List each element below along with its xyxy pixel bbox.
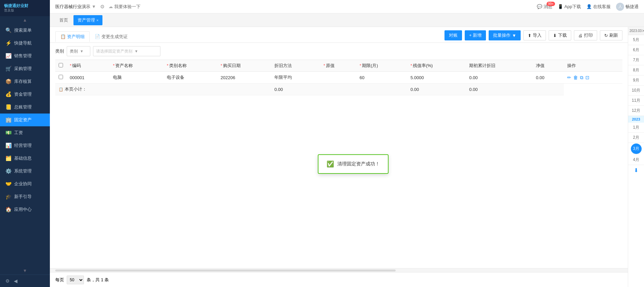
select-all-checkbox[interactable] <box>59 63 63 67</box>
subtotal-initial: 0.00 <box>407 84 466 95</box>
sidebar-item-label: 采购管理 <box>14 66 32 72</box>
calendar-month-3-current[interactable]: 3月 <box>631 144 642 154</box>
sidebar-item-guide[interactable]: 🎓 新手引导 <box>0 190 50 203</box>
cell-actions: ✏ 🗑 ⧉ ⊡ <box>564 72 622 84</box>
tab-asset-mgmt[interactable]: 资产管理 × <box>73 15 102 25</box>
tab-close-icon[interactable]: × <box>96 18 98 22</box>
user-label: 畅捷通 <box>625 4 639 10</box>
asset-table: *编码 *资产名称 *类别名称 *购买日期 折旧方法 *原值 *期限(月) *残… <box>55 60 622 95</box>
app-download-btn[interactable]: 📱 App下载 <box>558 4 581 10</box>
sidebar-item-label: 库存核算 <box>14 78 32 85</box>
sidebar-item-operations[interactable]: 📊 经营管理 <box>0 139 50 152</box>
cloud-icon: ☁ <box>109 4 113 9</box>
col-name: *资产名称 <box>110 60 163 72</box>
category-type-select[interactable]: 类别 ▼ <box>67 46 90 56</box>
print-button[interactable]: 🖨 打印 <box>574 30 597 40</box>
asset-detail-icon: 📋 <box>60 34 66 39</box>
calendar-month-8[interactable]: 8月 <box>628 65 644 75</box>
sidebar-header: 畅捷通好业财 普及版 <box>0 0 50 16</box>
subtotal-empty-1 <box>163 84 217 95</box>
message-btn[interactable]: 💬 消息 99+ <box>537 4 552 10</box>
sidebar-item-search[interactable]: 🔍 搜索菜单 <box>0 24 50 37</box>
calendar-month-10[interactable]: 10月 <box>628 86 644 96</box>
sidebar-item-system[interactable]: ⚙️ 系统管理 <box>0 165 50 178</box>
calendar-month-5[interactable]: 5月 <box>628 35 644 45</box>
calendar-month-2[interactable]: 2月 <box>628 133 644 143</box>
sidebar-item-sales[interactable]: 📈 销售管理 <box>0 50 50 62</box>
calendar-month-1[interactable]: 1月 <box>628 123 644 133</box>
collapse-icon[interactable]: ◀ <box>14 278 18 284</box>
calendar-scroll-down[interactable]: ⬇ <box>628 165 644 176</box>
sidebar-item-label: 搜索菜单 <box>14 27 32 33</box>
sidebar-item-label: 新手引导 <box>14 194 32 200</box>
settings-bottom-icon[interactable]: ⚙ <box>5 278 10 284</box>
sidebar-item-basic-info[interactable]: 🗂️ 基础信息 <box>0 152 50 165</box>
cell-original-value <box>320 72 356 84</box>
category-input[interactable]: 请选择固定资产类别 ▼ <box>93 46 160 56</box>
calendar-month-6[interactable]: 6月 <box>628 45 644 55</box>
per-page-label: 每页 <box>55 277 64 283</box>
experience-btn[interactable]: ☁ 我要体验一下 <box>109 4 141 10</box>
sidebar-item-label: 经营管理 <box>14 142 32 149</box>
success-toast: ✅ 清理固定资产成功！ <box>318 154 389 174</box>
sub-tab-asset-detail[interactable]: 📋 资产明细 <box>55 31 90 42</box>
calendar-month-4[interactable]: 4月 <box>628 155 644 165</box>
app-name: 畅捷通好业财 <box>4 3 28 8</box>
per-page-select[interactable]: 50 100 <box>67 276 84 284</box>
sidebar-item-finance[interactable]: 💰 资金管理 <box>0 88 50 101</box>
pagination-total: 条，共 1 条 <box>87 277 109 283</box>
company-selector[interactable]: 医疗器械行业演示 ▼ <box>55 4 96 10</box>
sidebar-item-salary[interactable]: 💵 工资 <box>0 126 50 139</box>
sidebar-scroll-down[interactable]: ▼ <box>0 267 50 275</box>
download-button[interactable]: ⬇ 下载 <box>549 30 571 40</box>
sidebar-item-collab[interactable]: 🤝 企业协同 <box>0 178 50 190</box>
filter-toolbar: 类别 类别 ▼ 请选择固定资产类别 ▼ <box>50 43 628 60</box>
sidebar-item-fixed-assets[interactable]: 🏢 固定资产 <box>0 114 50 126</box>
import-button[interactable]: ⬆ 导入 <box>523 30 546 40</box>
fixed-assets-icon: 🏢 <box>5 117 11 123</box>
copy-icon[interactable]: ⧉ <box>580 75 583 81</box>
sidebar-item-label: 固定资产 <box>14 117 32 123</box>
sidebar-item-quick-nav[interactable]: ⚡ 快捷导航 <box>0 37 50 50</box>
calendar-month-9[interactable]: 9月 <box>628 75 644 86</box>
online-service-btn[interactable]: 👤 在线客服 <box>586 4 611 10</box>
row-checkbox[interactable] <box>59 75 63 79</box>
toast-check-icon: ✅ <box>327 160 334 168</box>
sidebar-item-app-center[interactable]: 🏠 应用中心 <box>0 203 50 216</box>
salary-icon: 💵 <box>5 130 11 136</box>
sidebar-item-label: 资金管理 <box>14 91 32 97</box>
asset-table-wrap: *编码 *资产名称 *类别名称 *购买日期 折旧方法 *原值 *期限(月) *残… <box>50 60 628 268</box>
company-dropdown-icon: ▼ <box>92 4 96 9</box>
select-all-cell[interactable] <box>55 60 66 72</box>
more-icon[interactable]: ⊡ <box>585 75 589 81</box>
batch-ops-button[interactable]: 批量操作 ▼ <box>489 30 521 40</box>
calendar-month-11[interactable]: 11月 <box>628 96 644 106</box>
sidebar: 畅捷通好业财 普及版 ▲ 🔍 搜索菜单 ⚡ 快捷导航 📈 销售管理 🛒 采购管理… <box>0 0 50 287</box>
panel-close-icon[interactable]: ✕ <box>642 28 644 33</box>
sidebar-item-purchase[interactable]: 🛒 采购管理 <box>0 62 50 75</box>
calendar-month-12[interactable]: 12月 <box>628 106 644 116</box>
sidebar-item-label: 销售管理 <box>14 53 32 59</box>
col-residual-rate: *残值率(%) <box>407 60 466 72</box>
reconcile-button[interactable]: 对账 <box>444 30 462 40</box>
refresh-button[interactable]: ↻ 刷新 <box>600 30 622 40</box>
sales-icon: 📈 <box>5 53 11 59</box>
sidebar-item-label: 企业协同 <box>14 181 32 187</box>
col-depreciation: 折旧方法 <box>271 60 320 72</box>
inventory-icon: 📦 <box>5 78 11 85</box>
row-checkbox-cell[interactable] <box>55 72 66 84</box>
sidebar-item-ledger[interactable]: 📒 总账管理 <box>0 101 50 114</box>
sidebar-scroll-up[interactable]: ▲ <box>0 16 50 24</box>
calendar-list: 5月 6月 7月 8月 9月 10月 11月 12月 2023 1月 2月 3月… <box>628 35 644 287</box>
experience-label: 我要体验一下 <box>114 4 141 10</box>
delete-icon[interactable]: 🗑 <box>573 75 578 81</box>
horizontal-scrollbar[interactable] <box>50 268 628 272</box>
new-button[interactable]: + 新增 <box>465 30 486 40</box>
edit-icon[interactable]: ✏ <box>567 75 571 81</box>
company-settings-icon[interactable]: ⚙ <box>100 4 104 10</box>
sub-tab-change-voucher[interactable]: 📄 变更生成凭证 <box>90 31 133 42</box>
tab-home[interactable]: 首页 <box>55 15 72 25</box>
user-btn[interactable]: 人 畅捷通 <box>616 3 639 11</box>
calendar-month-7[interactable]: 7月 <box>628 55 644 65</box>
sidebar-item-inventory[interactable]: 📦 库存核算 <box>0 75 50 88</box>
